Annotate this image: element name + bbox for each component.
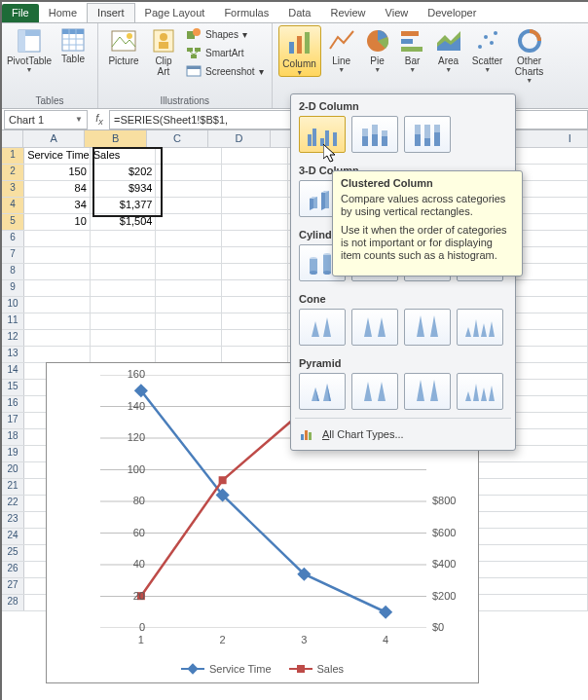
cell[interactable] xyxy=(156,165,222,180)
cell[interactable] xyxy=(222,148,288,164)
cell[interactable] xyxy=(156,280,222,296)
thumb-cone-4[interactable] xyxy=(457,309,503,346)
thumb-cone-3[interactable] xyxy=(404,309,451,346)
cell[interactable] xyxy=(222,198,288,213)
cell[interactable] xyxy=(24,297,91,313)
cell[interactable] xyxy=(91,330,157,346)
thumb-pyr-3[interactable] xyxy=(404,373,451,410)
cell[interactable] xyxy=(222,280,288,296)
row-header[interactable]: 27 xyxy=(2,578,24,594)
dropdown-icon[interactable]: ▼ xyxy=(75,115,83,124)
cell[interactable] xyxy=(24,347,91,362)
cell[interactable] xyxy=(156,264,222,279)
cell[interactable] xyxy=(156,214,222,230)
cell[interactable] xyxy=(222,313,288,329)
cell[interactable]: Service Time xyxy=(24,148,91,164)
picture-button[interactable]: Picture xyxy=(104,25,143,66)
pie-chart-button[interactable]: Pie ▼ xyxy=(362,25,393,73)
row-header[interactable]: 7 xyxy=(2,247,24,263)
area-chart-button[interactable]: Area ▼ xyxy=(432,25,465,73)
cell[interactable] xyxy=(222,165,288,180)
col-header-B[interactable]: B xyxy=(85,130,147,147)
scatter-chart-button[interactable]: Scatter ▼ xyxy=(469,25,506,73)
column-chart-button[interactable]: Column ▼ xyxy=(278,25,321,77)
cell[interactable] xyxy=(24,313,91,329)
row-header[interactable]: 13 xyxy=(2,347,24,362)
cell[interactable] xyxy=(222,264,288,279)
cell[interactable] xyxy=(24,330,91,346)
cell[interactable] xyxy=(222,347,288,362)
row-header[interactable]: 4 xyxy=(2,198,24,213)
all-chart-types-button[interactable]: All Chart Types... xyxy=(291,421,515,450)
pivottable-button[interactable]: PivotTable ▼ xyxy=(8,25,51,73)
thumb-cone-2[interactable] xyxy=(351,309,398,346)
cell[interactable] xyxy=(24,247,91,263)
screenshot-button[interactable]: Screenshot ▾ xyxy=(184,62,266,80)
tab-insert[interactable]: Insert xyxy=(87,3,135,22)
tab-file[interactable]: File xyxy=(2,4,39,22)
row-header[interactable]: 20 xyxy=(2,462,24,478)
row-header[interactable]: 9 xyxy=(2,280,24,296)
chart-legend[interactable]: Service Time Sales xyxy=(47,663,478,675)
cell[interactable] xyxy=(156,297,222,313)
row-header[interactable]: 15 xyxy=(2,380,24,395)
cell[interactable]: $1,504 xyxy=(91,214,157,230)
tab-data[interactable]: Data xyxy=(278,4,320,22)
clipart-button[interactable]: Clip Art xyxy=(147,25,180,77)
thumb-stacked-column[interactable] xyxy=(351,116,398,153)
thumb-cone-1[interactable] xyxy=(299,309,346,346)
cell[interactable]: $202 xyxy=(91,165,157,180)
row-header[interactable]: 25 xyxy=(2,545,24,561)
row-header[interactable]: 23 xyxy=(2,512,24,528)
row-header[interactable]: 16 xyxy=(2,396,24,412)
cell[interactable] xyxy=(156,231,222,246)
row-header[interactable]: 1 xyxy=(2,148,24,164)
col-header-I[interactable]: I xyxy=(553,130,588,147)
cell[interactable]: $934 xyxy=(91,181,157,197)
tab-page-layout[interactable]: Page Layout xyxy=(135,4,215,22)
row-header[interactable]: 21 xyxy=(2,479,24,495)
cell[interactable] xyxy=(156,330,222,346)
select-all-corner[interactable] xyxy=(2,130,23,147)
tab-review[interactable]: Review xyxy=(320,4,375,22)
row-header[interactable]: 3 xyxy=(2,181,24,197)
tab-home[interactable]: Home xyxy=(39,4,87,22)
cell[interactable]: 150 xyxy=(24,165,91,180)
row-header[interactable]: 6 xyxy=(2,231,24,246)
row-header[interactable]: 17 xyxy=(2,413,24,428)
row-header[interactable]: 2 xyxy=(2,165,24,180)
cell[interactable]: 10 xyxy=(24,214,91,230)
row-header[interactable]: 11 xyxy=(2,313,24,329)
cell[interactable] xyxy=(156,347,222,362)
cell[interactable]: 84 xyxy=(24,181,91,197)
bar-chart-button[interactable]: Bar ▼ xyxy=(397,25,428,73)
cell[interactable] xyxy=(156,198,222,213)
col-header-D[interactable]: D xyxy=(208,130,271,147)
cell[interactable] xyxy=(156,148,222,164)
row-header[interactable]: 12 xyxy=(2,330,24,346)
tab-developer[interactable]: Developer xyxy=(418,4,486,22)
row-header[interactable]: 28 xyxy=(2,595,24,610)
cell[interactable]: Sales xyxy=(91,148,157,164)
row-header[interactable]: 24 xyxy=(2,529,24,544)
cell[interactable] xyxy=(91,313,157,329)
other-charts-button[interactable]: Other Charts ▼ xyxy=(510,25,549,84)
row-header[interactable]: 10 xyxy=(2,297,24,313)
col-header-C[interactable]: C xyxy=(147,130,209,147)
cell[interactable]: 34 xyxy=(24,198,91,213)
row-header[interactable]: 19 xyxy=(2,446,24,461)
fx-icon[interactable]: fx xyxy=(90,112,109,127)
col-header-A[interactable]: A xyxy=(23,130,86,147)
cell[interactable] xyxy=(156,181,222,197)
thumb-100pct-stacked-column[interactable] xyxy=(404,116,451,153)
cell[interactable] xyxy=(91,280,157,296)
tab-view[interactable]: View xyxy=(376,4,419,22)
line-chart-button[interactable]: Line ▼ xyxy=(325,25,358,73)
smartart-button[interactable]: SmartArt xyxy=(184,44,266,61)
cell[interactable] xyxy=(24,264,91,279)
cell[interactable] xyxy=(222,181,288,197)
row-header[interactable]: 8 xyxy=(2,264,24,279)
shapes-button[interactable]: Shapes ▾ xyxy=(184,25,266,43)
cell[interactable] xyxy=(91,247,157,263)
tab-formulas[interactable]: Formulas xyxy=(214,4,278,22)
